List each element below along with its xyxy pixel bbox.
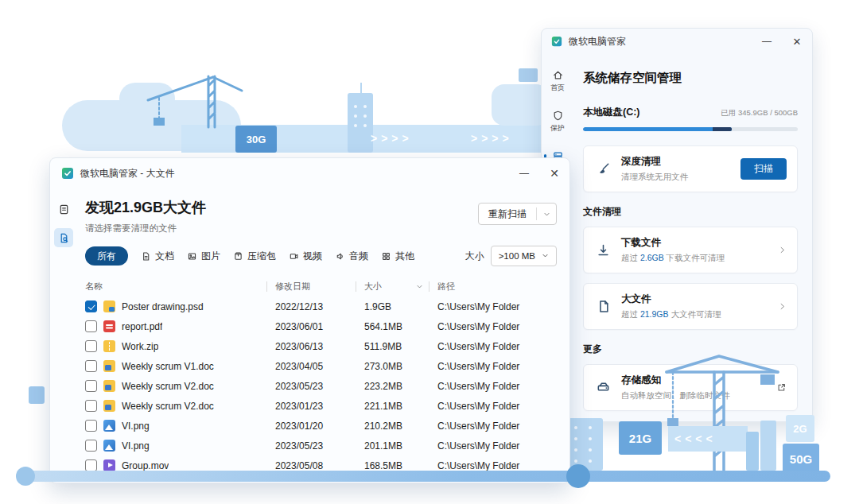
size-filter-select[interactable]: >100 MB bbox=[491, 246, 557, 266]
pdf-file-icon bbox=[103, 320, 115, 332]
page-subtitle: 请选择需要清理的文件 bbox=[85, 223, 206, 235]
file-name: Work.zip bbox=[122, 341, 158, 352]
filter-tab-others[interactable]: 其他 bbox=[381, 250, 414, 263]
cleanable-size: 2.6GB bbox=[640, 253, 664, 262]
close-button[interactable]: ✕ bbox=[782, 29, 812, 54]
checkbox[interactable] bbox=[85, 440, 97, 452]
checkbox[interactable] bbox=[85, 420, 97, 432]
column-path[interactable]: 路径 bbox=[437, 281, 557, 293]
filter-tab-archives[interactable]: 压缩包 bbox=[233, 250, 276, 263]
checkbox[interactable] bbox=[85, 459, 97, 471]
card-title: 下载文件 bbox=[621, 236, 725, 250]
chevron-down-icon bbox=[542, 251, 549, 261]
big-files-card[interactable]: 大文件 超过 21.9GB 大文件可清理 bbox=[583, 283, 798, 330]
broom-icon bbox=[594, 161, 612, 178]
table-row[interactable]: report.pdf2023/06/01564.1MBC:\Users\My F… bbox=[85, 316, 557, 336]
column-date[interactable]: 修改日期 bbox=[275, 281, 364, 293]
section-file-clean: 文件清理 bbox=[583, 205, 798, 219]
filter-tab-images[interactable]: 图片 bbox=[187, 250, 220, 263]
file-size: 564.1MB bbox=[364, 321, 437, 332]
file-name: Weekly scrum V2.doc bbox=[122, 401, 214, 412]
titlebar[interactable]: 微软电脑管家 — ✕ bbox=[542, 29, 812, 54]
video-icon bbox=[289, 251, 299, 262]
file-path: C:\Users\My Folder bbox=[437, 421, 557, 432]
card-desc: 超过 21.9GB 大文件可清理 bbox=[621, 309, 721, 320]
nav-item-protect[interactable]: 保护 bbox=[542, 107, 573, 136]
audio-icon bbox=[335, 251, 345, 262]
filter-tab-audio[interactable]: 音频 bbox=[335, 250, 368, 263]
filter-tab-all[interactable]: 所有 bbox=[85, 246, 128, 266]
notes-icon[interactable] bbox=[54, 200, 73, 219]
column-name[interactable]: 名称 bbox=[85, 281, 275, 293]
file-date: 2023/04/05 bbox=[275, 361, 364, 372]
table-row[interactable]: Poster drawing.psd2022/12/131.9GBC:\User… bbox=[85, 297, 557, 316]
filter-tab-docs[interactable]: 文档 bbox=[141, 250, 174, 263]
checkbox[interactable] bbox=[85, 320, 97, 332]
table-row[interactable]: Weekly scrum V1.doc2023/04/05273.0MBC:\U… bbox=[85, 356, 557, 376]
file-name: Group.mov bbox=[122, 460, 169, 471]
filter-row: 所有文档图片压缩包视频音频其他 大小 >100 MB bbox=[85, 246, 557, 266]
download-icon bbox=[594, 242, 612, 259]
doc-icon bbox=[141, 251, 151, 262]
checkbox[interactable] bbox=[85, 400, 97, 412]
titlebar[interactable]: 微软电脑管家 - 大文件 — ✕ bbox=[50, 158, 569, 188]
sort-chevron-icon[interactable] bbox=[416, 283, 423, 290]
pipe-cap bbox=[16, 467, 35, 486]
table-row[interactable]: Weekly scrum V2.doc2023/01/23221.1MBC:\U… bbox=[85, 396, 557, 416]
scan-button[interactable]: 扫描 bbox=[740, 158, 787, 180]
download-files-card[interactable]: 下载文件 超过 2.6GB 下载文件可清理 bbox=[583, 227, 798, 273]
column-size[interactable]: 大小 bbox=[364, 281, 437, 293]
file-date: 2023/01/23 bbox=[275, 401, 364, 412]
file-name: Weekly scrum V1.doc bbox=[122, 361, 214, 372]
png-file-icon bbox=[103, 420, 115, 432]
file-path: C:\Users\My Folder bbox=[437, 460, 557, 471]
disk-usage: 已用 345.9GB / 500GB bbox=[721, 108, 798, 118]
disk-label: 本地磁盘(C:) bbox=[583, 106, 640, 119]
minimize-button[interactable]: — bbox=[752, 29, 782, 54]
filter-tab-videos[interactable]: 视频 bbox=[289, 250, 322, 263]
file-name: VI.png bbox=[122, 421, 150, 432]
table-row[interactable]: VI.png2023/01/20210.2MBC:\Users\My Folde… bbox=[85, 416, 557, 436]
rescan-button[interactable]: 重新扫描 bbox=[478, 203, 557, 225]
other-icon bbox=[381, 251, 391, 262]
building-illustration bbox=[746, 432, 759, 471]
checkbox-checked[interactable] bbox=[85, 300, 97, 312]
pipe-junction bbox=[566, 464, 590, 488]
file-size: 511.9MB bbox=[364, 341, 437, 352]
minimize-button[interactable]: — bbox=[509, 158, 539, 188]
window-title: 微软电脑管家 - 大文件 bbox=[80, 167, 175, 180]
table-row[interactable]: VI.png2023/05/23201.1MBC:\Users\My Folde… bbox=[85, 436, 557, 456]
filter-tab-label: 其他 bbox=[395, 250, 414, 263]
disk-progress-fill bbox=[583, 127, 732, 131]
file-date: 2023/06/13 bbox=[275, 341, 364, 352]
nav-item-label: 保护 bbox=[550, 123, 565, 134]
home-icon bbox=[552, 69, 564, 81]
deep-clean-card[interactable]: 深度清理 清理系统无用文件 扫描 bbox=[583, 145, 798, 192]
file-path: C:\Users\My Folder bbox=[437, 341, 557, 352]
chevron-down-icon[interactable] bbox=[537, 211, 556, 218]
table-row[interactable]: Work.zip2023/06/13511.9MBC:\Users\My Fol… bbox=[85, 336, 557, 356]
psd-file-icon bbox=[103, 300, 115, 312]
table-row[interactable]: Weekly scrum V2.doc2023/05/23223.2MBC:\U… bbox=[85, 376, 557, 396]
window-title: 微软电脑管家 bbox=[569, 35, 626, 48]
cargo-box-2g: 2G bbox=[786, 415, 814, 442]
checkbox[interactable] bbox=[85, 380, 97, 392]
table-header: 名称 修改日期 大小 路径 bbox=[85, 276, 557, 297]
file-icon bbox=[594, 298, 612, 316]
checkbox[interactable] bbox=[85, 340, 97, 352]
file-name: report.pdf bbox=[122, 321, 162, 332]
checkbox[interactable] bbox=[85, 360, 97, 372]
page-title: 系统储存空间管理 bbox=[583, 70, 798, 87]
drive-icon bbox=[594, 379, 612, 397]
nav-item-home[interactable]: 首页 bbox=[542, 67, 573, 95]
building-illustration bbox=[566, 418, 603, 471]
app-logo-icon bbox=[551, 36, 562, 47]
close-button[interactable]: ✕ bbox=[539, 158, 569, 188]
file-search-icon[interactable] bbox=[54, 228, 73, 247]
disk-progress-bar bbox=[583, 127, 798, 131]
filter-tab-label: 音频 bbox=[349, 250, 368, 263]
filter-tab-label: 文档 bbox=[155, 250, 174, 263]
doc-file-icon bbox=[103, 380, 115, 392]
card-title: 大文件 bbox=[621, 293, 721, 306]
doc-file-icon bbox=[103, 400, 115, 412]
